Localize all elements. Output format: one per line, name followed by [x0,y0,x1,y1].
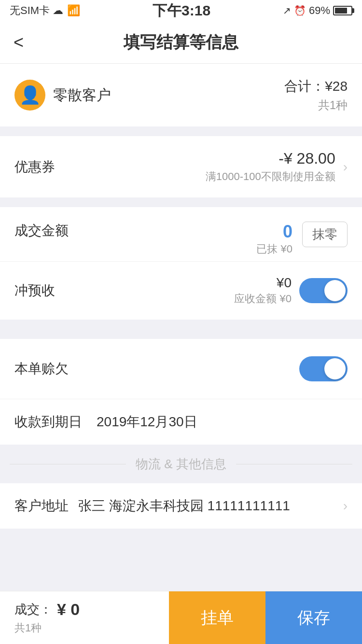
avatar: 👤 [14,80,45,111]
transaction-value[interactable]: 0 [256,222,292,242]
logistics-text: 物流 & 其他信息 [136,456,226,473]
coupon-section: 优惠券 -¥ 28.00 满1000-100不限制使用金额 › [0,136,362,197]
address-value: 张三 海淀永丰科技园 11111111111 [78,497,334,515]
nav-bar: < 填写结算等信息 [0,21,362,64]
customer-count: 共1种 [284,98,348,113]
wifi-icon: 📶 [67,4,80,17]
bottom-bar: 成交： ¥ 0 共1种 挂单 保存 [0,591,362,644]
location-icon: ↗ [283,5,291,16]
debt-toggle[interactable] [299,356,348,381]
status-left: 无SIM卡 ☁ 📶 [10,3,80,18]
avatar-icon: 👤 [19,85,41,105]
toggle-knob [324,280,346,301]
pre-receive-toggle[interactable] [299,278,348,303]
coupon-desc: 满1000-100不限制使用金额 [206,169,335,184]
pre-receive-value-area: ¥0 应收金额 ¥0 [72,275,348,306]
customer-section: 👤 零散客户 合计：¥28 共1种 [0,64,362,126]
coupon-row[interactable]: 优惠券 -¥ 28.00 满1000-100不限制使用金额 › [0,136,362,197]
pre-receive-amount: ¥0 [234,275,292,291]
transaction-right: 0 已抹 ¥0 抹零 [256,222,348,256]
coupon-chevron-icon: › [343,159,348,175]
bottom-info: 成交： ¥ 0 共1种 [0,600,169,635]
customer-right: 合计：¥28 共1种 [284,77,348,113]
round-zero-button[interactable]: 抹零 [302,222,348,247]
customer-name: 零散客户 [53,85,111,105]
divider-3 [0,320,362,329]
coupon-value-col: -¥ 28.00 满1000-100不限制使用金额 [206,150,335,184]
due-date-row: 收款到期日 2019年12月30日 [0,399,362,445]
logistics-line-right [236,464,352,464]
logistics-line-left [10,464,126,464]
divider-1 [0,126,362,136]
due-date-value[interactable]: 2019年12月30日 [97,413,197,431]
bottom-count: 共1种 [14,621,154,635]
due-date-label: 收款到期日 [14,413,82,431]
amount-col: 0 已抹 ¥0 [256,222,292,256]
save-btn-label: 保存 [297,607,330,629]
bottom-deal: 成交： ¥ 0 [14,600,154,619]
address-section: 客户地址 张三 海淀永丰科技园 11111111111 › [0,483,362,529]
status-bar: 无SIM卡 ☁ 📶 下午3:18 ↗ ⏰ 69% [0,0,362,21]
coupon-value-area: -¥ 28.00 满1000-100不限制使用金额 › [72,150,348,184]
transaction-amount-row: 成交金额 0 已抹 ¥0 抹零 [0,207,362,262]
coupon-label: 优惠券 [14,158,72,176]
hang-button[interactable]: 挂单 [169,591,265,644]
page-title: 填写结算等信息 [124,31,238,54]
no-sim-text: 无SIM卡 ☁ [10,3,63,18]
transaction-label: 成交金额 [14,222,72,240]
divider-2 [0,197,362,207]
logistics-divider: 物流 & 其他信息 [0,445,362,483]
battery-percent: 69% [309,4,330,17]
alarm-icon: ⏰ [294,5,306,16]
address-label: 客户地址 [14,497,69,515]
debt-row: 本单赊欠 [0,339,362,399]
debt-section: 本单赊欠 收款到期日 2019年12月30日 [0,339,362,445]
transaction-section: 成交金额 0 已抹 ¥0 抹零 冲预收 ¥0 应收金额 ¥0 [0,207,362,320]
address-row[interactable]: 客户地址 张三 海淀永丰科技园 11111111111 › [0,483,362,529]
battery-icon [333,6,352,15]
bottom-deal-label: 成交： [14,601,52,618]
already-rounded: 已抹 ¥0 [256,242,292,256]
pre-receive-label: 冲预收 [14,281,72,300]
status-time: 下午3:18 [153,1,210,21]
debt-label: 本单赊欠 [14,360,69,378]
debt-toggle-knob [324,358,346,379]
content-area: 👤 零散客户 合计：¥28 共1种 优惠券 -¥ 28.00 满1000-100… [0,64,362,587]
pre-receive-row: 冲预收 ¥0 应收金额 ¥0 [0,262,362,320]
save-button[interactable]: 保存 [265,591,362,644]
pre-receive-col: ¥0 应收金额 ¥0 [234,275,292,306]
coupon-discount: -¥ 28.00 [206,150,335,168]
customer-row: 👤 零散客户 合计：¥28 共1种 [0,64,362,126]
customer-total: 合计：¥28 [284,77,348,96]
back-button[interactable]: < [14,32,24,53]
address-chevron-icon: › [343,498,348,514]
bottom-deal-amount: ¥ 0 [57,600,80,619]
pre-receive-receivable: 应收金额 ¥0 [234,292,292,306]
status-right: ↗ ⏰ 69% [283,4,352,17]
hang-btn-label: 挂单 [201,607,234,629]
customer-left: 👤 零散客户 [14,80,111,111]
